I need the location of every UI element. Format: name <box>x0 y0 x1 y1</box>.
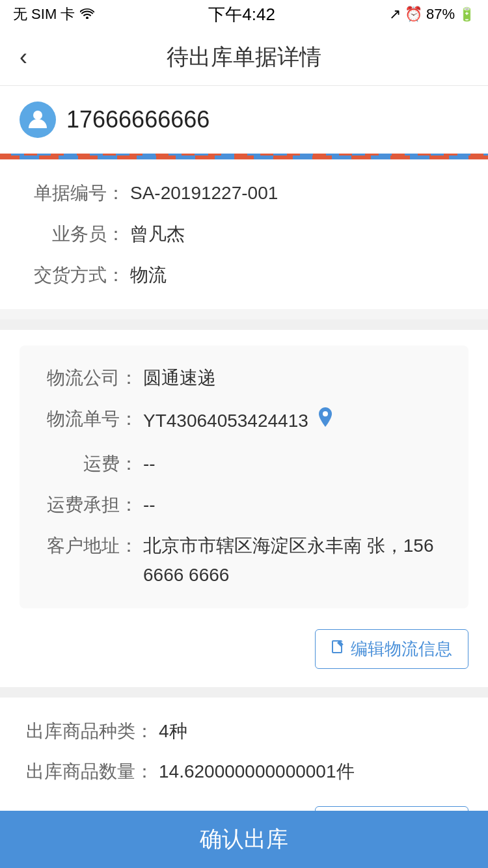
tracking-number-value: YT43064053424413 <box>143 405 449 438</box>
location-status-icon: ↗ <box>389 6 401 23</box>
separator-1 <box>0 319 488 330</box>
status-bar: 无 SIM 卡 下午4:42 ↗ ⏰ 87% 🔋 <box>0 0 488 29</box>
avatar-icon <box>26 106 49 134</box>
salesman-row: 业务员： 曾凡杰 <box>26 220 462 249</box>
salesman-label: 业务员： <box>26 220 130 249</box>
status-left: 无 SIM 卡 <box>13 5 94 24</box>
product-types-value: 4种 <box>159 717 462 746</box>
svg-point-1 <box>323 411 328 416</box>
tracking-number-label: 物流单号： <box>39 405 143 434</box>
nav-bar: ‹ 待出库单据详情 <box>0 29 488 86</box>
product-quantity-value: 14.620000000000001件 <box>159 757 462 787</box>
product-quantity-row: 出库商品数量： 14.620000000000001件 <box>26 757 462 787</box>
doc-number-value: SA-20191227-001 <box>130 179 462 208</box>
logistics-company-value: 圆通速递 <box>143 364 449 393</box>
freight-row: 运费： -- <box>39 450 449 479</box>
wifi-icon <box>80 6 94 23</box>
product-types-label: 出库商品种类： <box>26 717 159 746</box>
avatar <box>20 102 56 138</box>
doc-number-label: 单据编号： <box>26 179 130 208</box>
battery-icon: 🔋 <box>459 7 475 22</box>
battery-text: 87% <box>426 6 455 23</box>
confirm-label: 确认出库 <box>200 824 288 854</box>
product-types-row: 出库商品种类： 4种 <box>26 717 462 746</box>
tracking-number-row: 物流单号： YT43064053424413 <box>39 405 449 438</box>
status-right: ↗ ⏰ 87% 🔋 <box>389 6 475 23</box>
tracking-location-icon[interactable] <box>316 405 334 438</box>
doc-number-row: 单据编号： SA-20191227-001 <box>26 179 462 208</box>
delivery-method-row: 交货方式： 物流 <box>26 261 462 290</box>
delivery-method-label: 交货方式： <box>26 261 130 290</box>
carrier-text: 无 SIM 卡 <box>13 5 75 24</box>
user-header: 17666666666 <box>0 86 488 156</box>
alarm-icon: ⏰ <box>405 6 422 23</box>
salesman-value: 曾凡杰 <box>130 220 462 249</box>
logistics-company-label: 物流公司： <box>39 364 143 393</box>
separator-2 <box>0 687 488 698</box>
freight-value: -- <box>143 450 449 479</box>
confirm-button[interactable]: 确认出库 <box>0 811 488 868</box>
svg-point-0 <box>33 111 42 120</box>
freight-label: 运费： <box>39 450 143 479</box>
freight-bearer-value: -- <box>143 491 449 520</box>
back-button[interactable]: ‹ <box>13 37 34 77</box>
address-row: 客户地址： 北京市市辖区海淀区永丰南 张，156 6666 6666 <box>39 532 449 590</box>
delivery-method-value: 物流 <box>130 261 462 290</box>
status-time: 下午4:42 <box>208 3 275 26</box>
freight-bearer-label: 运费承担： <box>39 491 143 520</box>
address-value: 北京市市辖区海淀区永丰南 张，156 6666 6666 <box>143 532 449 590</box>
user-phone: 17666666666 <box>66 106 210 133</box>
inventory-section: 出库商品种类： 4种 出库商品数量： 14.620000000000001件 <box>0 698 488 807</box>
logistics-card: 物流公司： 圆通速递 物流单号： YT43064053424413 运费： <box>20 346 468 608</box>
page-title: 待出库单据详情 <box>167 42 321 72</box>
edit-logistics-button-row: 编辑物流信息 <box>0 619 488 685</box>
document-info-section: 单据编号： SA-20191227-001 业务员： 曾凡杰 交货方式： 物流 <box>0 159 488 309</box>
edit-icon <box>331 640 346 658</box>
edit-logistics-label: 编辑物流信息 <box>351 638 452 660</box>
address-label: 客户地址： <box>39 532 143 561</box>
logistics-company-row: 物流公司： 圆通速递 <box>39 364 449 393</box>
freight-bearer-row: 运费承担： -- <box>39 491 449 520</box>
product-quantity-label: 出库商品数量： <box>26 757 159 787</box>
edit-logistics-button[interactable]: 编辑物流信息 <box>315 629 468 669</box>
